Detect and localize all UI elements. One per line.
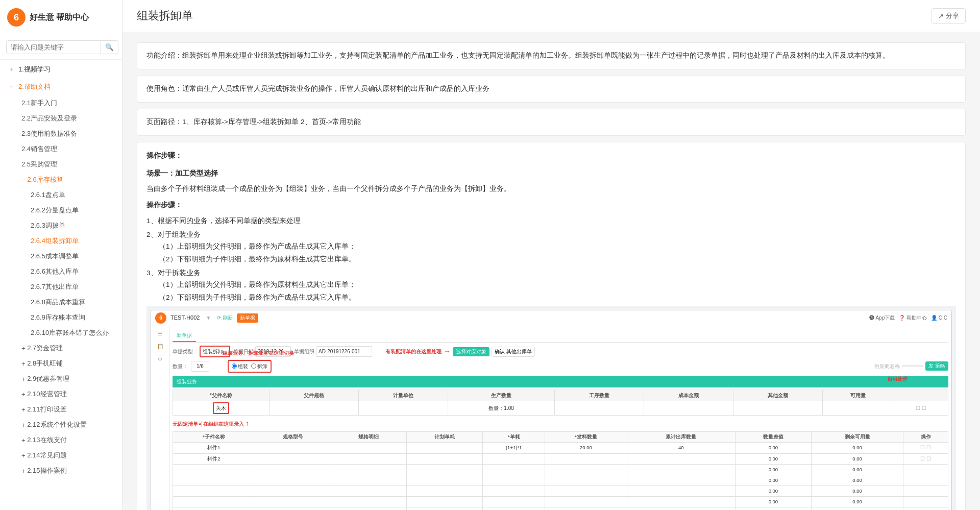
annotation-quick-process: 启用处理	[887, 375, 908, 383]
mock-lower-row-5: 0.000.00	[173, 486, 948, 497]
path-text: 页面路径：1、库存核算->库存管理->组装拆卸单 2、首页->常用功能	[146, 118, 361, 126]
scenario1-desc: 当由多个子件材料组装成一个成品的业务为【组装】业务，当由一个父件拆分成多个子产品…	[146, 183, 956, 195]
sidebar-item-29[interactable]: + 2.9优惠券管理	[14, 371, 122, 386]
mock-lower-table: *子件名称 规格型号 规格明细 计划单耗 *单耗 *发料数量 累计出库数量 数量…	[173, 431, 948, 510]
mock-lower-row-4: 0.000.00	[173, 475, 948, 485]
sidebar-logo: 6 好生意 帮助中心	[0, 0, 122, 35]
mock-org-field: 单据组织 AD-20191226-001	[294, 346, 372, 357]
mock-action-btn[interactable]: 确认 其他出库单	[492, 347, 535, 357]
mock-form-area: 新单据 单据类型： 组装拆卸 单据日期 2019-12-26	[169, 326, 951, 510]
mock-radio-group: 组装 拆卸	[228, 360, 272, 373]
sidebar-item-215[interactable]: + 2.15操作案例	[14, 463, 122, 478]
nav-section: + 1.视频学习 − 2.帮助文档 2.1新手入门 2.2产品安装及登录 2.3…	[0, 60, 122, 479]
user-icon: 👤 C.C	[931, 313, 947, 322]
step2a: （1）上部明细为父件明细，最终作为产成品生成其它入库单；	[159, 241, 956, 253]
plus-icon-28: +	[21, 360, 26, 368]
mock-ui: 6 TEST-H002 ▼ ⟳ 刷新 新单据 🅐 App下载 ❓ 帮助中心 👤 …	[151, 310, 952, 510]
role-text: 使用角色：通常由生产人员或库管人员完成拆装业务的操作，库管人员确认原材料的出库和…	[146, 85, 489, 92]
sidebar-item-24[interactable]: 2.4销售管理	[14, 141, 122, 157]
plus-icon-212: +	[21, 421, 26, 429]
mock-sidebar-icons: ☰📋⚙	[151, 326, 169, 510]
sidebar-item-2610[interactable]: 2.6.10库存账本错了怎么办	[23, 325, 122, 341]
plus-icon: +	[7, 65, 15, 74]
steps-title: 操作步骤：	[146, 150, 956, 162]
sidebar-item-266[interactable]: 2.6.6其他入库单	[23, 264, 122, 279]
search-input[interactable]	[6, 40, 101, 54]
minus-icon: −	[7, 83, 15, 91]
sidebar-item-26[interactable]: − 2.6库存核算	[14, 172, 122, 187]
mock-confirm-btn[interactable]: 发 策略	[925, 361, 948, 371]
mock-upper-row-1: 关木 数量：1.00	[173, 401, 948, 415]
sidebar-item-269[interactable]: 2.6.9库存账本查询	[23, 310, 122, 325]
steps-block: 操作步骤： 场景一：加工类型选择 当由多个子件材料组装成一个成品的业务为【组装】…	[137, 142, 966, 510]
plus-icon-213: +	[21, 436, 26, 444]
sidebar-item-211[interactable]: + 2.11打印设置	[14, 402, 122, 417]
sidebar-item-262[interactable]: 2.6.2分量盘点单	[23, 203, 122, 218]
mock-lower-row-1: 料件1 (1+1)*1 20.00 40 0.00 0.00	[173, 443, 948, 453]
role-block: 使用角色：通常由生产人员或库管人员完成拆装业务的操作，库管人员确认原材料的出库和…	[137, 76, 966, 103]
sidebar-item-267[interactable]: 2.6.7其他出库单	[23, 279, 122, 295]
mock-company: TEST-H002	[170, 313, 200, 323]
mock-newdoc-btn[interactable]: 新单据	[237, 313, 258, 323]
sidebar-item-22[interactable]: 2.2产品安装及登录	[14, 111, 122, 126]
mock-lower-row-7: 0.000.00	[173, 507, 948, 510]
mock-radio-disassemble[interactable]: 拆卸	[251, 362, 267, 371]
mock-tabs: 新单据	[173, 329, 948, 343]
scenario1-title: 场景一：加工类型选择	[146, 168, 956, 180]
plus-icon-215: +	[21, 467, 26, 475]
sidebar-item-268[interactable]: 2.6.8商品成本重算	[23, 295, 122, 310]
mock-topbar: 6 TEST-H002 ▼ ⟳ 刷新 新单据 🅐 App下载 ❓ 帮助中心 👤 …	[151, 310, 951, 326]
share-icon: ↗	[938, 12, 944, 20]
search-bar: 🔍	[0, 35, 122, 60]
steps-list: 1、根据不同的业务，选择不同单据的类型来处理 2、对于组装业务 （1）上部明细为…	[146, 215, 956, 304]
arrow-right-icon: →	[444, 346, 451, 358]
plus-icon-214: +	[21, 452, 26, 459]
main-header: 组装拆卸单 ↗ 分享	[122, 0, 980, 32]
mock-new-doc: ⟳ 刷新	[217, 313, 233, 322]
mock-lower-row-6: 0.000.00	[173, 497, 948, 507]
sidebar-item-28[interactable]: + 2.8手机旺铺	[14, 356, 122, 371]
intro-text: 功能介绍：组装拆卸单用来处理企业组装或拆卸等加工业务，支持有固定装配清单的产品加…	[146, 52, 890, 59]
sidebar-item-264[interactable]: 2.6.4组装拆卸单	[23, 233, 122, 249]
sidebar-item-214[interactable]: + 2.14常见问题	[14, 448, 122, 463]
screenshot-mockup: 6 TEST-H002 ▼ ⟳ 刷新 新单据 🅐 App下载 ❓ 帮助中心 👤 …	[146, 306, 956, 510]
sidebar-item-265[interactable]: 2.6.5成本调整单	[23, 249, 122, 264]
sidebar-item-23[interactable]: 2.3使用前数据准备	[14, 126, 122, 141]
share-button[interactable]: ↗ 分享	[932, 8, 966, 23]
step2: 2、对于组装业务 （1）上部明细为父件明细，最终作为产成品生成其它入库单； （2…	[146, 229, 956, 265]
mock-radio-assemble[interactable]: 组装	[232, 362, 248, 371]
mock-supplier-input	[902, 365, 923, 367]
step3b: （2）下部明细为子件明细，最终作为产成品生成其它入库单。	[159, 292, 956, 304]
sidebar-item-213[interactable]: + 2.13在线支付	[14, 432, 122, 448]
plus-icon-211: +	[21, 406, 26, 414]
content-area: 功能介绍：组装拆卸单用来处理企业组装或拆卸等加工业务，支持有固定装配清单的产品加…	[122, 32, 980, 510]
sidebar-item-261[interactable]: 2.6.1盘点单	[23, 187, 122, 203]
mock-tab-new[interactable]: 新单据	[173, 329, 196, 342]
sidebar-item-docs[interactable]: − 2.帮助文档	[0, 78, 122, 95]
mock-lower-row-2: 料件2 0.00 0.00	[173, 453, 948, 464]
sidebar-item-video[interactable]: + 1.视频学习	[0, 61, 122, 78]
main-content: 组装拆卸单 ↗ 分享 功能介绍：组装拆卸单用来处理企业组装或拆卸等加工业务，支持…	[122, 0, 980, 510]
sidebar-item-210[interactable]: + 2.10经营管理	[14, 386, 122, 402]
search-button[interactable]: 🔍	[101, 40, 118, 54]
mock-qty: 1/6	[191, 361, 209, 372]
sidebar-item-27[interactable]: + 2.7资金管理	[14, 341, 122, 356]
nav-sub-docs: 2.1新手入门 2.2产品安装及登录 2.3使用前数据准备 2.4销售管理 2.…	[0, 95, 122, 478]
plus-icon-29: +	[21, 375, 26, 383]
sidebar-item-docs-label: 2.帮助文档	[18, 82, 51, 91]
mock-doctype-field: 单据类型： 组装拆卸	[173, 346, 230, 357]
plus-icon-210: +	[21, 391, 26, 398]
sidebar-item-263[interactable]: 2.6.3调拨单	[23, 218, 122, 233]
mock-section-upper: 组装业务	[173, 376, 948, 387]
sidebar-item-21[interactable]: 2.1新手入门	[14, 95, 122, 111]
steps-label: 操作步骤：	[146, 199, 956, 211]
mock-select-btn[interactable]: 选择对应对象	[453, 347, 489, 356]
path-block: 页面路径：1、库存核算->库存管理->组装拆卸单 2、首页->常用功能	[137, 109, 966, 136]
annotation-switch: 组装业务、拆卸业务在这里切换	[223, 349, 294, 357]
step2b: （2）下部明细为子件明细，最终作为原材料生成其它出库单。	[159, 254, 956, 265]
sidebar: 6 好生意 帮助中心 🔍 + 1.视频学习 − 2.帮助文档 2.1新手入门 2…	[0, 0, 122, 510]
sidebar-item-25[interactable]: 2.5采购管理	[14, 157, 122, 172]
minus-icon-26: −	[21, 176, 26, 184]
sidebar-item-212[interactable]: + 2.12系统个性化设置	[14, 417, 122, 432]
annotation-bom: 有装配清单的在这里处理	[385, 347, 442, 356]
